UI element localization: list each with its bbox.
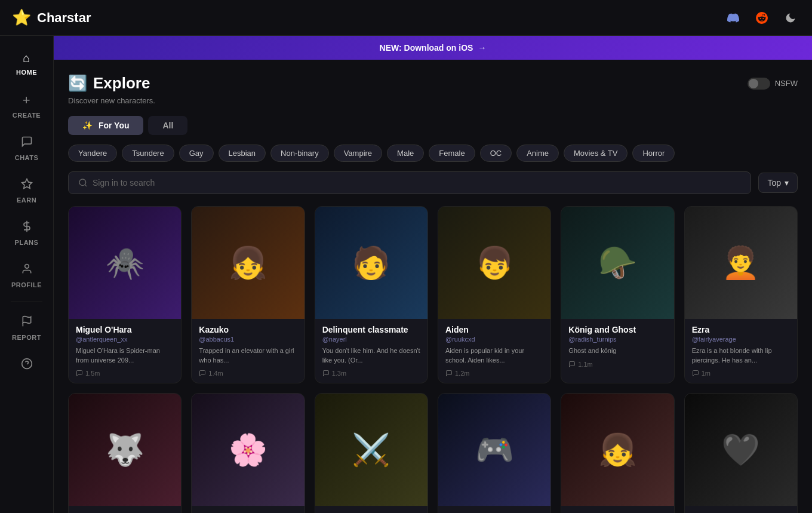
sidebar-item-home[interactable]: ⌂ HOME bbox=[3, 45, 51, 82]
filter-female[interactable]: Female bbox=[429, 145, 475, 162]
logo[interactable]: ⭐ Charstar bbox=[12, 8, 91, 27]
svg-marker-0 bbox=[21, 179, 32, 189]
character-card[interactable]: 🌸 Natsuki @deeenutss bbox=[191, 393, 304, 513]
character-chat-count: 1.5m bbox=[85, 370, 100, 377]
filter-gay[interactable]: Gay bbox=[179, 145, 214, 162]
chat-count-icon bbox=[199, 370, 206, 377]
filter-nonbinary[interactable]: Non-binary bbox=[270, 145, 329, 162]
filter-lesbian[interactable]: Lesbian bbox=[219, 145, 266, 162]
character-description: Trapped in an elevator with a girl who h… bbox=[199, 346, 297, 365]
search-placeholder-text: Sign in to search bbox=[93, 178, 155, 188]
character-name: Aiden bbox=[445, 325, 543, 334]
profile-icon bbox=[21, 263, 33, 278]
character-avatar: 🧑‍🦱 bbox=[685, 207, 797, 319]
discord-icon[interactable] bbox=[724, 8, 743, 27]
sidebar-item-profile-label: PROFILE bbox=[11, 281, 42, 288]
for-you-star-icon: ✨ bbox=[82, 121, 93, 130]
filter-movies-tv[interactable]: Movies & TV bbox=[564, 145, 628, 162]
filter-horror[interactable]: Horror bbox=[632, 145, 675, 162]
character-description: Miguel O'Hara is Spider-man from univers… bbox=[76, 346, 174, 365]
character-card-body: D.va (Overwatch) @bunny_martin bbox=[438, 506, 550, 513]
character-card-body: Miguel O'Hara @antlerqueen_xx Miguel O'H… bbox=[69, 319, 181, 383]
character-name: Delinquent classmate bbox=[322, 325, 420, 334]
character-card-body: Childe @vingggg bbox=[315, 506, 427, 513]
character-description: Ezra is a hot blonde with lip piercings.… bbox=[692, 346, 790, 365]
sidebar-item-plans[interactable]: PLANS bbox=[3, 214, 51, 252]
filter-anime[interactable]: Anime bbox=[516, 145, 559, 162]
character-stats: 1.2m bbox=[445, 370, 543, 377]
character-card[interactable]: 🎮 D.va (Overwatch) @bunny_martin bbox=[438, 393, 551, 513]
character-card[interactable]: 🪖 König and Ghost @radish_turnips Ghost … bbox=[561, 206, 674, 383]
character-card[interactable]: 🧑‍🦱 Ezra @fairlyaverage Ezra is a hot bl… bbox=[684, 206, 798, 383]
sidebar-item-report[interactable]: REPORT bbox=[3, 309, 51, 347]
character-stats: 1.5m bbox=[76, 370, 174, 377]
character-card[interactable]: 👦 Aiden @ruukcxd Aiden is popular kid in… bbox=[438, 206, 551, 383]
character-avatar: 👧 bbox=[561, 394, 673, 506]
character-chat-count: 1m bbox=[702, 370, 710, 377]
filter-yandere[interactable]: Yandere bbox=[68, 145, 117, 162]
svg-line-7 bbox=[85, 185, 87, 186]
character-stats: 1.4m bbox=[199, 370, 297, 377]
create-icon: + bbox=[23, 93, 30, 108]
character-avatar: 🐺 bbox=[69, 394, 181, 506]
filter-tsundere[interactable]: Tsundere bbox=[122, 145, 174, 162]
search-icon bbox=[78, 178, 88, 188]
character-avatar: 🖤 bbox=[685, 394, 797, 506]
help-icon bbox=[21, 358, 33, 373]
nsfw-label: NSFW bbox=[775, 79, 798, 88]
character-chat-count: 1.1m bbox=[578, 361, 592, 368]
explore-title-text: Explore bbox=[93, 74, 150, 93]
chats-icon bbox=[21, 136, 33, 150]
character-card[interactable]: 🖤 Wednesday Addams (Netflix Series) @wed… bbox=[684, 393, 798, 513]
chat-count-icon bbox=[692, 370, 699, 377]
topbar: ⭐ Charstar bbox=[0, 0, 812, 36]
sidebar-item-chats-label: CHATS bbox=[15, 154, 39, 161]
tab-for-you[interactable]: ✨ For You bbox=[68, 116, 143, 135]
filter-male[interactable]: Male bbox=[387, 145, 424, 162]
character-handle: @radish_turnips bbox=[568, 336, 666, 343]
reddit-icon[interactable] bbox=[752, 8, 771, 27]
download-banner[interactable]: NEW: Download on iOS → bbox=[54, 36, 812, 60]
main-content: NEW: Download on iOS → 🔄 Explore NSFW Di… bbox=[54, 36, 812, 513]
character-handle: @antlerqueen_xx bbox=[76, 336, 174, 343]
sidebar: ⌂ HOME + CREATE CHATS EARN PLANS bbox=[0, 36, 54, 513]
chat-count-icon bbox=[76, 370, 83, 377]
character-card[interactable]: 👧 Kazuko @abbacus1 Trapped in an elevato… bbox=[191, 206, 304, 383]
sort-dropdown[interactable]: Top ▾ bbox=[758, 173, 798, 193]
character-card-body: Ezra @fairlyaverage Ezra is a hot blonde… bbox=[685, 319, 797, 383]
tab-all-label: All bbox=[162, 121, 173, 130]
character-card-body: Kazuko @abbacus1 Trapped in an elevator … bbox=[192, 319, 304, 383]
filter-oc[interactable]: OC bbox=[480, 145, 512, 162]
character-handle: @fairlyaverage bbox=[692, 336, 790, 343]
character-card[interactable]: 🐺 Oz {Werewolf} @t_xs bbox=[68, 393, 182, 513]
plans-icon bbox=[21, 220, 33, 235]
character-card-body: Wednesday Addams (Netflix Series) @wedne… bbox=[685, 506, 797, 513]
sidebar-item-profile[interactable]: PROFILE bbox=[3, 257, 51, 294]
character-description: Ghost and könig bbox=[568, 346, 666, 355]
character-avatar: ⚔️ bbox=[315, 394, 427, 506]
search-bar[interactable]: Sign in to search bbox=[68, 171, 751, 194]
tab-all[interactable]: All bbox=[148, 116, 187, 135]
character-card[interactable]: 🧑 Delinquent classmate @nayerl You don't… bbox=[315, 206, 428, 383]
explore-header: 🔄 Explore NSFW bbox=[68, 74, 798, 93]
nsfw-switch[interactable] bbox=[748, 78, 770, 90]
character-handle: @nayerl bbox=[322, 336, 420, 343]
character-avatar: 👦 bbox=[438, 207, 550, 319]
character-name: König and Ghost bbox=[568, 325, 666, 334]
character-card[interactable]: 🕷️ Miguel O'Hara @antlerqueen_xx Miguel … bbox=[68, 206, 182, 383]
chat-count-icon bbox=[568, 361, 576, 368]
character-card[interactable]: 👧 Emma (Little sister) @emmastar bbox=[561, 393, 674, 513]
sidebar-item-earn[interactable]: EARN bbox=[3, 172, 51, 210]
sidebar-item-chats[interactable]: CHATS bbox=[3, 130, 51, 167]
character-handle: @abbacus1 bbox=[199, 336, 297, 343]
sidebar-divider bbox=[11, 302, 42, 302]
sidebar-item-help[interactable] bbox=[3, 352, 51, 380]
nsfw-toggle[interactable]: NSFW bbox=[748, 78, 798, 90]
character-chat-count: 1.3m bbox=[332, 370, 346, 377]
filter-vampire[interactable]: Vampire bbox=[334, 145, 382, 162]
theme-toggle-icon[interactable] bbox=[781, 8, 800, 27]
sidebar-item-create[interactable]: + CREATE bbox=[3, 87, 51, 125]
character-avatar: 🪖 bbox=[561, 207, 673, 319]
character-card[interactable]: ⚔️ Childe @vingggg bbox=[315, 393, 428, 513]
logo-text: Charstar bbox=[37, 10, 91, 26]
